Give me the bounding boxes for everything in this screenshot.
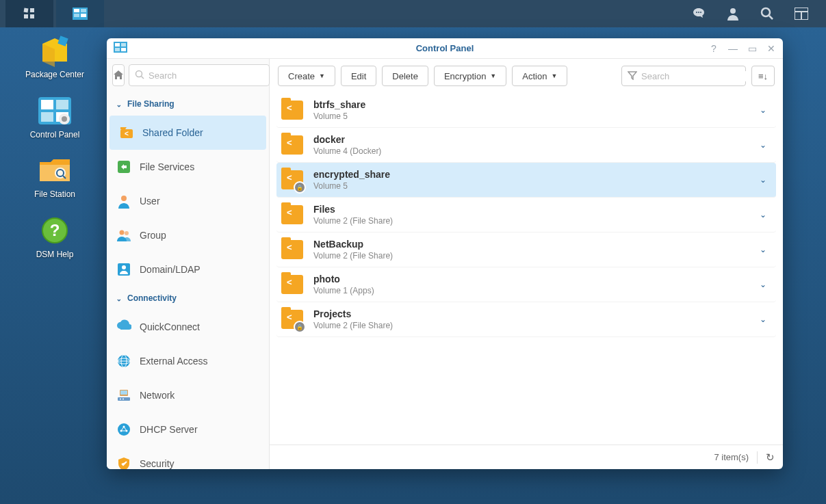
domain-icon (116, 262, 131, 277)
refresh-button[interactable]: ↻ (766, 451, 775, 464)
expand-button[interactable]: ⌄ (754, 210, 772, 220)
sidebar-item-network[interactable]: Network (107, 378, 269, 412)
search-button[interactable] (755, 1, 779, 26)
edit-button[interactable]: Edit (341, 66, 376, 86)
close-button[interactable]: ✕ (765, 43, 777, 54)
main-search[interactable] (621, 66, 746, 86)
svg-point-55 (122, 399, 124, 400)
delete-button[interactable]: Delete (382, 66, 428, 86)
sidebar-section-header[interactable]: ⌃Connectivity (107, 287, 269, 310)
sidebar-item-user[interactable]: User (107, 184, 269, 218)
svg-point-25 (62, 116, 67, 122)
chevron-down-icon: ⌄ (760, 140, 766, 150)
encryption-button[interactable]: Encryption▼ (434, 66, 506, 86)
svg-rect-36 (121, 48, 126, 51)
folder-row[interactable]: <photoVolume 1 (Apps)⌄ (276, 267, 776, 302)
sidebar-item-file-services[interactable]: File Services (107, 150, 269, 184)
svg-point-43 (120, 230, 125, 235)
titlebar[interactable]: Control Panel ? — ▭ ✕ (107, 38, 783, 59)
expand-button[interactable]: ⌄ (754, 245, 772, 254)
expand-button[interactable]: ⌄ (754, 280, 772, 289)
svg-point-11 (700, 12, 701, 13)
folder-name: docker (313, 134, 745, 145)
widgets-button[interactable] (789, 1, 814, 26)
sidebar-search[interactable] (129, 64, 270, 86)
caret-down-icon: ▼ (319, 72, 325, 79)
main-menu-button[interactable] (5, 0, 53, 27)
svg-text:?: ? (50, 221, 60, 239)
svg-point-12 (730, 8, 736, 14)
sidebar-item-label: User (140, 196, 160, 207)
folder-row[interactable]: <FilesVolume 2 (File Share)⌄ (276, 198, 776, 233)
sidebar-item-external-access[interactable]: External Access (107, 344, 269, 378)
sidebar-item-dhcp-server[interactable]: DHCP Server (107, 412, 269, 447)
folder-location: Volume 2 (File Share) (313, 251, 745, 261)
main-search-input[interactable] (641, 71, 756, 81)
svg-text:<: < (125, 130, 129, 137)
shared-folder-icon: < (119, 125, 134, 140)
user-menu-button[interactable] (721, 1, 745, 26)
sidebar-item-security[interactable]: Security (107, 447, 269, 469)
sidebar-item-domain-ldap[interactable]: Domain/LDAP (107, 252, 269, 287)
sort-icon: ≡↓ (758, 71, 768, 81)
sidebar-section-header[interactable]: ⌃File Sharing (107, 92, 269, 116)
help-button[interactable]: ? (708, 43, 720, 54)
control-panel-icon (38, 94, 71, 127)
file-services-icon (116, 159, 131, 174)
svg-rect-20 (41, 100, 53, 109)
minimize-icon: — (728, 43, 738, 54)
sidebar-item-group[interactable]: Group (107, 218, 269, 252)
expand-button[interactable]: ⌄ (754, 175, 772, 185)
expand-button[interactable]: ⌄ (754, 105, 772, 115)
svg-rect-21 (56, 100, 68, 109)
folder-info: dockerVolume 4 (Docker) (313, 134, 745, 156)
shared-folder-icon: <🔒 (281, 168, 304, 191)
svg-rect-52 (120, 390, 127, 395)
home-button[interactable] (112, 64, 125, 86)
caret-down-icon: ▼ (490, 72, 496, 79)
notifications-button[interactable] (686, 1, 711, 26)
toolbar: Create▼ Edit Delete Encryption▼ Action▼ … (270, 59, 783, 93)
svg-rect-35 (115, 48, 120, 51)
folder-row[interactable]: <dockerVolume 4 (Docker)⌄ (276, 128, 776, 163)
svg-point-10 (698, 12, 699, 13)
expand-button[interactable]: ⌄ (754, 315, 772, 324)
create-button[interactable]: Create▼ (278, 66, 335, 86)
desktop-icon-file-station[interactable]: File Station (21, 154, 89, 200)
sidebar-search-input[interactable] (149, 70, 263, 81)
shared-folder-icon: < (281, 203, 304, 226)
shared-folder-icon: <🔒 (281, 308, 304, 331)
lock-icon: 🔒 (294, 321, 306, 333)
svg-rect-7 (74, 14, 79, 17)
desktop-icon-control-panel[interactable]: Control Panel (21, 94, 89, 141)
group-icon (116, 228, 131, 243)
button-label: Encryption (444, 71, 486, 81)
search-icon (135, 70, 144, 81)
desktop-icon-label: File Station (34, 189, 75, 200)
folder-location: Volume 1 (Apps) (313, 286, 745, 295)
folder-row[interactable]: <NetBackupVolume 2 (File Share)⌄ (276, 233, 776, 267)
sidebar-item-quickconnect[interactable]: QuickConnect (107, 310, 269, 344)
close-icon: ✕ (767, 43, 775, 54)
desktop-icon-package-center[interactable]: Package Center (21, 34, 89, 81)
svg-rect-6 (81, 9, 86, 12)
sidebar-item-shared-folder[interactable]: <Shared Folder (109, 116, 266, 150)
folder-name: Projects (313, 308, 745, 319)
chevron-down-icon: ⌄ (760, 210, 766, 220)
folder-row[interactable]: <🔒ProjectsVolume 2 (File Share)⌄ (276, 302, 776, 337)
action-button[interactable]: Action▼ (512, 66, 567, 86)
svg-line-14 (769, 16, 773, 19)
folder-row[interactable]: <🔒encrypted_shareVolume 5⌄ (276, 163, 776, 198)
svg-point-42 (121, 196, 127, 201)
taskbar-app-control-panel[interactable] (56, 0, 104, 27)
desktop-icon-dsm-help[interactable]: ? DSM Help (21, 214, 89, 261)
maximize-button[interactable]: ▭ (746, 43, 758, 54)
folder-row[interactable]: <btrfs_shareVolume 5⌄ (276, 93, 776, 128)
folder-list: <btrfs_shareVolume 5⌄<dockerVolume 4 (Do… (270, 93, 783, 445)
sort-button[interactable]: ≡↓ (751, 66, 775, 86)
expand-button[interactable]: ⌄ (754, 140, 772, 150)
folder-name: photo (313, 274, 745, 284)
button-label: Edit (351, 71, 366, 81)
chat-icon (692, 7, 706, 21)
minimize-button[interactable]: — (727, 43, 739, 54)
